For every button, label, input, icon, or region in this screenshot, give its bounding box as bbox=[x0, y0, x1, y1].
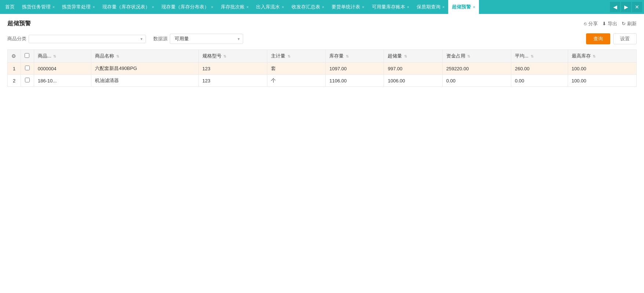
col-header-spec[interactable]: 规格型号 ⇅ bbox=[198, 50, 267, 63]
col-spec-label: 规格型号 bbox=[202, 53, 222, 59]
cell-max-stock-2: 100.00 bbox=[568, 75, 636, 87]
nav-exception-close[interactable]: × bbox=[92, 5, 95, 9]
nav-order-stats-close[interactable]: × bbox=[362, 5, 364, 9]
nav-available-stock-close[interactable]: × bbox=[407, 5, 409, 9]
col-capital-sort-icon: ⇅ bbox=[467, 54, 470, 58]
datasource-select[interactable]: 可用量 ▾ bbox=[170, 34, 243, 44]
table-body: 1 0000004 六配套新昌490BPG 123 套 1097.00 997.… bbox=[8, 63, 637, 87]
refresh-icon: ↻ bbox=[622, 21, 626, 26]
datasource-filter: 数据源 可用量 ▾ bbox=[153, 34, 243, 44]
query-button[interactable]: 查询 bbox=[586, 33, 610, 44]
cell-spec-2: 123 bbox=[198, 75, 267, 87]
col-unit-label: 主计量 bbox=[271, 53, 285, 59]
nav-exception[interactable]: 拣货异常处理 × bbox=[58, 0, 98, 14]
col-overflow-sort-icon: ⇅ bbox=[404, 54, 407, 58]
col-header-settings[interactable]: ⚙ bbox=[8, 50, 21, 63]
cell-unit-2: 个 bbox=[267, 75, 326, 87]
export-button[interactable]: ⬇ 导出 bbox=[602, 21, 617, 27]
nav-stock-status[interactable]: 现存量（库存状况表） × bbox=[99, 0, 158, 14]
nav-inout-flow[interactable]: 出入库流水 × bbox=[252, 0, 288, 14]
nav-home-label: 首页 bbox=[5, 4, 15, 10]
cell-product-name-1: 六配套新昌490BPG bbox=[91, 63, 198, 75]
nav-prev-button[interactable]: ◀ bbox=[610, 2, 620, 12]
select-all-checkbox[interactable] bbox=[25, 53, 29, 58]
nav-summary-close[interactable]: × bbox=[322, 5, 324, 9]
nav-arrows: ◀ ▶ ✕ bbox=[610, 2, 643, 12]
nav-overflow-warning-close[interactable]: × bbox=[473, 5, 475, 9]
datasource-label: 数据源 bbox=[153, 36, 168, 42]
col-header-product-code[interactable]: 商品... ⇅ bbox=[34, 50, 91, 63]
cell-index-2: 2 bbox=[8, 75, 21, 87]
nav-summary-label: 收发存汇总表 bbox=[292, 4, 320, 10]
data-table: ⚙ 商品... ⇅ 商品名称 ⇅ 规格型号 ⇅ 主计量 bbox=[7, 49, 637, 87]
col-product-name-sort-icon: ⇅ bbox=[116, 54, 119, 58]
nav-available-stock[interactable]: 可用量库存账本 × bbox=[368, 0, 413, 14]
nav-stock-status-label: 现存量（库存状况表） bbox=[102, 4, 150, 10]
gear-icon: ⚙ bbox=[11, 53, 16, 59]
product-category-filter: 商品分类 ▾ bbox=[7, 35, 146, 43]
nav-inout-flow-close[interactable]: × bbox=[282, 5, 284, 9]
nav-next-button[interactable]: ▶ bbox=[621, 2, 631, 12]
col-spec-sort-icon: ⇅ bbox=[223, 54, 226, 58]
col-product-name-label: 商品名称 bbox=[95, 53, 114, 59]
col-header-max-stock[interactable]: 最高库存 ⇅ bbox=[568, 50, 636, 63]
nav-stock-dist-label: 现存量（库存分布表） bbox=[161, 4, 209, 10]
export-icon: ⬇ bbox=[602, 21, 606, 26]
col-header-avg[interactable]: 平均... ⇅ bbox=[511, 50, 568, 63]
col-max-stock-label: 最高库存 bbox=[572, 53, 591, 59]
product-category-chevron-icon: ▾ bbox=[140, 37, 143, 41]
nav-close-all-button[interactable]: ✕ bbox=[632, 2, 642, 12]
top-navigation: 首页 拣货任务管理 × 拣货异常处理 × 现存量（库存状况表） × 现存量（库存… bbox=[0, 0, 644, 14]
share-label: 分享 bbox=[588, 21, 598, 27]
cell-capital-1: 259220.00 bbox=[442, 63, 511, 75]
nav-batch-account[interactable]: 库存批次账 × bbox=[217, 0, 252, 14]
row-checkbox-1[interactable] bbox=[25, 66, 30, 70]
nav-stock-status-close[interactable]: × bbox=[152, 5, 154, 9]
col-unit-sort-icon: ⇅ bbox=[288, 54, 290, 58]
cell-spec-1: 123 bbox=[198, 63, 267, 75]
row-checkbox-2[interactable] bbox=[25, 78, 30, 82]
datasource-chevron-icon: ▾ bbox=[238, 37, 240, 41]
col-avg-label: 平均... bbox=[515, 53, 528, 59]
page-container: 超储预警 ⎋ 分享 ⬇ 导出 ↻ 刷新 商品分类 ▾ 数据源 bbox=[0, 14, 644, 293]
settings-button[interactable]: 设置 bbox=[613, 33, 637, 44]
col-header-unit[interactable]: 主计量 ⇅ bbox=[267, 50, 326, 63]
col-product-code-sort-icon: ⇅ bbox=[53, 54, 56, 58]
cell-index-1: 1 bbox=[8, 63, 21, 75]
nav-summary[interactable]: 收发存汇总表 × bbox=[288, 0, 328, 14]
col-header-stock[interactable]: 库存量 ⇅ bbox=[326, 50, 384, 63]
nav-overflow-warning-label: 超储预警 bbox=[452, 4, 471, 10]
col-avg-sort-icon: ⇅ bbox=[531, 54, 534, 58]
nav-quality-check-close[interactable]: × bbox=[442, 5, 444, 9]
cell-product-code-1: 0000004 bbox=[34, 63, 91, 75]
nav-quality-check[interactable]: 保质期查询 × bbox=[413, 0, 448, 14]
nav-batch-account-close[interactable]: × bbox=[246, 5, 249, 9]
product-category-select[interactable]: ▾ bbox=[29, 35, 146, 43]
nav-overflow-warning[interactable]: 超储预警 × bbox=[448, 0, 479, 14]
col-product-code-label: 商品... bbox=[38, 53, 51, 59]
nav-batch-account-label: 库存批次账 bbox=[221, 4, 245, 10]
cell-capital-2: 0.00 bbox=[442, 75, 511, 87]
table-row: 2 186-10... 机油滤清器 123 个 1106.00 1006.00 … bbox=[8, 75, 637, 87]
nav-stock-dist[interactable]: 现存量（库存分布表） × bbox=[158, 0, 217, 14]
nav-stock-dist-close[interactable]: × bbox=[211, 5, 213, 9]
cell-overflow-1: 997.00 bbox=[384, 63, 442, 75]
cell-product-code-2: 186-10... bbox=[34, 75, 91, 87]
cell-checkbox-1[interactable] bbox=[21, 63, 34, 75]
col-stock-sort-icon: ⇅ bbox=[346, 54, 349, 58]
cell-max-stock-1: 100.00 bbox=[568, 63, 636, 75]
col-header-overflow[interactable]: 超储量 ⇅ bbox=[384, 50, 442, 63]
col-header-checkbox[interactable] bbox=[21, 50, 34, 63]
cell-checkbox-2[interactable] bbox=[21, 75, 34, 87]
nav-task-mgmt-close[interactable]: × bbox=[52, 5, 55, 9]
nav-order-stats[interactable]: 要货单统计表 × bbox=[328, 0, 368, 14]
cell-stock-2: 1106.00 bbox=[326, 75, 384, 87]
nav-home[interactable]: 首页 bbox=[1, 0, 18, 14]
col-header-product-name[interactable]: 商品名称 ⇅ bbox=[91, 50, 198, 63]
cell-stock-1: 1097.00 bbox=[326, 63, 384, 75]
nav-task-mgmt[interactable]: 拣货任务管理 × bbox=[18, 0, 58, 14]
col-header-capital[interactable]: 资金占用 ⇅ bbox=[442, 50, 511, 63]
page-title: 超储预警 bbox=[7, 20, 31, 27]
refresh-button[interactable]: ↻ 刷新 bbox=[622, 21, 637, 27]
share-button[interactable]: ⎋ 分享 bbox=[584, 21, 598, 27]
